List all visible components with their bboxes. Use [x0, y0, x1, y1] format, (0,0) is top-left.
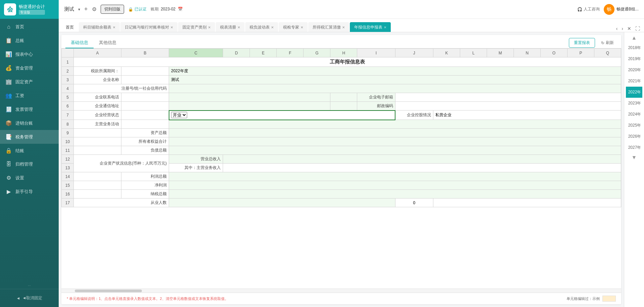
sidebar-item-home[interactable]: ⌂首页	[0, 20, 59, 34]
cell-r3-c2[interactable]: 测试	[169, 76, 621, 84]
year-item-2023[interactable]: 2023年	[626, 98, 643, 109]
cell-r12-c3[interactable]	[223, 155, 621, 164]
cell-r17-c2[interactable]	[169, 199, 395, 207]
tab-close-income-tax[interactable]: ✕	[342, 26, 345, 29]
year-item-2021[interactable]: 2021年	[626, 76, 643, 87]
cell-r17-c10[interactable]	[433, 199, 621, 207]
refresh-button[interactable]: ↻ 刷新	[598, 38, 617, 47]
spreadsheet-container[interactable]: ABCDEFGHIJKLMNOPQ1工商年报信息表2税款所属期间：2022年度3…	[61, 48, 621, 289]
switch-old-version-button[interactable]: 切到旧版	[101, 5, 124, 14]
tab-aux-balance[interactable]: 科目辅助余额表✕	[79, 22, 120, 32]
year-panel-down[interactable]: ▼	[630, 153, 638, 162]
topbar-settings-button[interactable]: ⚙	[92, 6, 97, 12]
sidebar-item-tax[interactable]: 📑税务管理	[0, 130, 59, 144]
year-panel-up[interactable]: ▲	[630, 34, 638, 42]
cell-r10-c2[interactable]	[169, 137, 621, 146]
cell-r14-c2[interactable]	[169, 172, 621, 181]
sidebar-item-reports[interactable]: 📊报表中心	[0, 47, 59, 61]
cell-r16-c2[interactable]	[169, 190, 621, 199]
sidebar-item-invoice[interactable]: 🧾发票管理	[0, 102, 59, 116]
calendar-icon[interactable]: 📅	[178, 7, 183, 11]
year-item-2027[interactable]: 2027年	[626, 142, 643, 153]
tab-close-tax-fluctuation[interactable]: ✕	[271, 26, 274, 29]
tab-tax-table[interactable]: 税表清册✕	[216, 22, 245, 32]
tab-close-annual-report[interactable]: ✕	[384, 26, 386, 29]
year-item-2024[interactable]: 2024年	[626, 109, 643, 120]
col-header-I: I	[357, 49, 395, 57]
sidebar-item-fixed-assets[interactable]: 🏢固定资产	[0, 75, 59, 89]
cell-r13-c1[interactable]	[223, 164, 621, 172]
year-item-2026[interactable]: 2026年	[626, 131, 643, 142]
cell-r7-c10[interactable]: 私营企业	[433, 111, 621, 120]
topbar-add-button[interactable]: +	[84, 6, 88, 13]
tab-close-tax-table[interactable]: ✕	[237, 26, 240, 29]
year-item-2019[interactable]: 2019年	[626, 53, 643, 64]
sidebar-item-payroll[interactable]: 👥工资	[0, 89, 59, 102]
spreadsheet-footer: * 单元格编辑说明：1、点击单元格直接录入数值或文本。2、清空单元格数值或文本恢…	[61, 293, 621, 304]
verified-icon: 🔒	[128, 7, 133, 12]
tab-income-tax[interactable]: 所得税汇算清缴✕	[308, 22, 349, 32]
horizontal-scrollbar[interactable]	[61, 289, 621, 293]
cell-r11-c2[interactable]	[169, 146, 621, 155]
cell-r7-c2[interactable]: 开业注销吊销迁出撤销	[169, 111, 395, 120]
sidebar-item-purchase-sale[interactable]: 📦进销台账	[0, 116, 59, 130]
sidebar-item-settings[interactable]: ⚙设置	[0, 171, 59, 185]
tab-basic-info[interactable]: 基础信息	[65, 38, 94, 48]
tab-annual-report[interactable]: 年报信息申报表✕	[350, 22, 391, 32]
tab-close-all[interactable]: ✕	[626, 25, 633, 32]
cell-r8-c2[interactable]	[169, 120, 621, 129]
cell-r6-c1[interactable]	[121, 102, 169, 111]
cell-r10-c0[interactable]	[74, 137, 121, 146]
cell-r2-c1[interactable]	[121, 67, 169, 76]
cell-r6-c7[interactable]	[330, 102, 357, 111]
scrollbar-thumb[interactable]	[75, 290, 142, 292]
cell-r9-c0[interactable]	[74, 129, 121, 137]
sidebar-item-cash[interactable]: 💰资金管理	[0, 61, 59, 75]
sidebar-item-guide[interactable]: ▶新手引导	[0, 185, 59, 199]
tab-close-aux-balance[interactable]: ✕	[113, 26, 115, 29]
cell-r7-c1[interactable]	[121, 111, 169, 120]
cell-r6-c9[interactable]	[395, 102, 621, 111]
cell-r14-c0[interactable]	[74, 172, 121, 181]
tab-nav-prev[interactable]: ‹	[615, 25, 619, 32]
tab-journal[interactable]: 日记账与银行对账单核对✕	[120, 22, 177, 32]
cell-r11-c0[interactable]	[74, 146, 121, 155]
year-item-2018[interactable]: 2018年	[626, 42, 643, 53]
cell-r17-c9[interactable]: 0	[395, 199, 433, 207]
sidebar-item-close[interactable]: 🔒结账	[0, 144, 59, 158]
dropdown-select-r7[interactable]: 开业注销吊销迁出撤销	[171, 112, 187, 118]
cell-r4-c2[interactable]	[169, 84, 621, 93]
cell-r15-c0[interactable]	[74, 181, 121, 190]
user-menu[interactable]: 畅 畅捷通B组...	[604, 4, 639, 15]
cell-r6-c2[interactable]	[169, 102, 330, 111]
tab-nav-next[interactable]: ›	[620, 25, 625, 32]
year-item-2025[interactable]: 2025年	[626, 120, 643, 131]
tab-fixed-assets-type[interactable]: 固定资产类别✕	[178, 22, 215, 32]
cell-r9-c2[interactable]	[169, 129, 621, 137]
cell-r5-c9[interactable]	[395, 93, 621, 102]
support-button[interactable]: 🎧 人工咨询	[577, 6, 600, 12]
cell-r16-c0[interactable]	[74, 190, 121, 199]
sidebar-item-archive[interactable]: 🗄归档管理	[0, 158, 59, 171]
reset-report-button[interactable]: 重置报表	[569, 38, 595, 48]
cell-r3-c1[interactable]	[121, 76, 169, 84]
tab-close-tax-expert[interactable]: ✕	[301, 26, 303, 29]
tab-expand[interactable]: ⛶	[634, 25, 641, 32]
sidebar-collapse-button[interactable]: ◄ ◄取消固定	[0, 293, 59, 304]
sidebar-item-ledger[interactable]: 📋总账	[0, 34, 59, 47]
cell-r15-c2[interactable]	[169, 181, 621, 190]
tab-close-journal[interactable]: ✕	[170, 26, 173, 29]
year-item-2022[interactable]: 2022年	[626, 87, 643, 98]
cell-r2-c2[interactable]: 2022年度	[169, 67, 621, 76]
tab-close-fixed-assets-type[interactable]: ✕	[208, 26, 211, 29]
tab-other-info[interactable]: 其他信息	[94, 38, 122, 48]
cell-r5-c7[interactable]	[330, 93, 357, 102]
year-item-2020[interactable]: 2020年	[626, 64, 643, 76]
tab-tax-expert[interactable]: 税检专家✕	[279, 22, 308, 32]
topbar-dropdown-icon[interactable]: ▾	[78, 7, 80, 12]
cell-r8-c1[interactable]	[121, 120, 169, 129]
cell-r5-c2[interactable]	[169, 93, 330, 102]
tab-tax-fluctuation[interactable]: 税负波动表✕	[245, 22, 278, 32]
cell-r5-c1[interactable]	[121, 93, 169, 102]
tab-home[interactable]: 首页	[61, 22, 78, 32]
